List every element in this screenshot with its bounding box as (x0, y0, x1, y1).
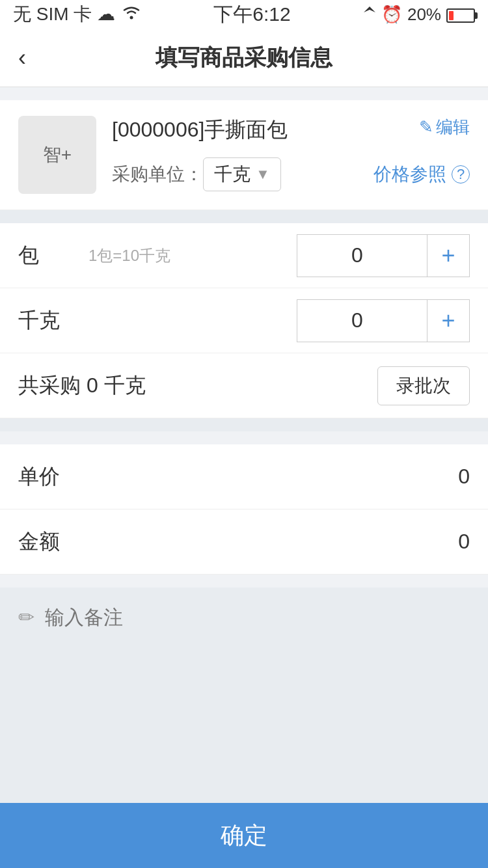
nav-bar: ‹ 填写商品采购信息 (0, 29, 488, 87)
product-image: 智+ (18, 116, 96, 194)
status-time: 下午6:12 (213, 1, 290, 28)
product-name-row: [0000006]手撕面包 ✎ 编辑 (112, 116, 470, 144)
remark-section[interactable]: ✏ (0, 588, 488, 647)
confirm-button[interactable]: 确定 (221, 820, 267, 852)
bag-label: 包 (18, 241, 83, 270)
battery-icon (446, 5, 475, 25)
product-info: [0000006]手撕面包 ✎ 编辑 采购单位： 千克 ▼ 价格参照 ? (112, 116, 470, 191)
amount-label: 金额 (18, 528, 60, 556)
edit-icon: ✎ (419, 117, 433, 137)
bag-plus-button[interactable]: + (427, 234, 470, 277)
total-text: 共采购 0 千克 (18, 372, 146, 400)
unit-value: 千克 (214, 162, 251, 187)
price-ref-label: 价格参照 (373, 162, 446, 187)
section-divider-1 (0, 210, 488, 223)
unit-price-row: 单价 0 (0, 444, 488, 509)
kg-input-row: 千克 + (0, 288, 488, 353)
back-button[interactable]: ‹ (18, 44, 26, 72)
wifi-icon (122, 4, 141, 25)
chevron-down-icon: ▼ (256, 166, 270, 183)
sim-label: 无 SIM 卡 ☁ (13, 2, 115, 27)
status-right: ⏰ 20% (363, 5, 475, 25)
location-icon (363, 5, 376, 25)
section-divider-2 (0, 418, 488, 431)
unit-selector[interactable]: 采购单位： 千克 ▼ (112, 157, 281, 191)
unit-price-label: 单价 (18, 463, 60, 491)
kg-label: 千克 (18, 306, 83, 335)
alarm-icon: ⏰ (381, 5, 402, 25)
status-bar: 无 SIM 卡 ☁ 下午6:12 ⏰ 20% (0, 0, 488, 29)
unit-dropdown[interactable]: 千克 ▼ (203, 157, 281, 191)
kg-controls: + (83, 299, 470, 342)
product-card: 智+ [0000006]手撕面包 ✎ 编辑 采购单位： 千克 ▼ 价格参照 ? (0, 100, 488, 210)
edit-label: 编辑 (436, 116, 470, 139)
unit-price-value: 0 (458, 465, 470, 489)
price-section: 单价 0 金额 0 (0, 444, 488, 575)
unit-label: 采购单位： (112, 162, 203, 187)
bag-input-row: 包 1包=10千克 + (0, 223, 488, 288)
kg-quantity-input[interactable] (297, 299, 427, 342)
help-icon: ? (452, 165, 470, 183)
pencil-icon: ✏ (18, 606, 34, 629)
status-left: 无 SIM 卡 ☁ (13, 2, 141, 27)
page-title: 填写商品采购信息 (156, 43, 332, 73)
bag-sublabel: 1包=10千克 (88, 245, 170, 266)
bag-controls: + (170, 234, 470, 277)
amount-row: 金额 0 (0, 509, 488, 575)
edit-button[interactable]: ✎ 编辑 (419, 116, 470, 139)
total-row: 共采购 0 千克 录批次 (0, 353, 488, 418)
amount-value: 0 (458, 530, 470, 554)
battery-percent: 20% (407, 5, 441, 25)
remark-input[interactable] (45, 606, 470, 629)
purchase-unit-row: 采购单位： 千克 ▼ 价格参照 ? (112, 157, 470, 191)
svg-point-0 (130, 16, 133, 20)
batch-record-button[interactable]: 录批次 (377, 366, 470, 405)
price-reference-button[interactable]: 价格参照 ? (373, 162, 470, 187)
kg-plus-button[interactable]: + (427, 299, 470, 342)
confirm-bar[interactable]: 确定 (0, 803, 488, 868)
input-section: 包 1包=10千克 + 千克 + (0, 223, 488, 353)
product-name: [0000006]手撕面包 (112, 116, 288, 144)
bag-quantity-input[interactable] (297, 234, 427, 277)
